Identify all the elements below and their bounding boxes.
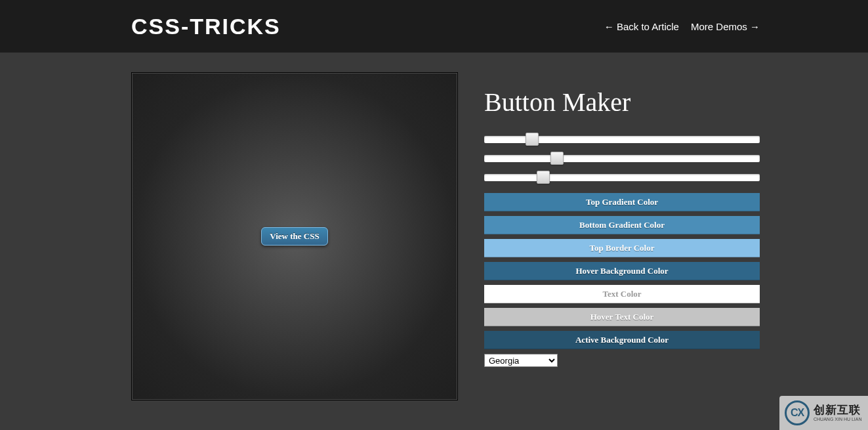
- slider-handle-2[interactable]: [550, 152, 564, 165]
- watermark: CX 创新互联 CHUANG XIN HU LIAN: [779, 396, 868, 430]
- slider-group: [484, 136, 760, 181]
- controls-panel: Button Maker Top Gradient ColorBottom Gr…: [484, 72, 760, 400]
- site-logo: CSS-TRICKS: [131, 14, 281, 39]
- watermark-sub-text: CHUANG XIN HU LIAN: [814, 417, 862, 422]
- slider-2[interactable]: [484, 155, 760, 162]
- main-content: View the CSS Button Maker Top Gradient C…: [0, 53, 868, 400]
- watermark-main-text: 创新互联: [814, 404, 862, 417]
- preview-button[interactable]: View the CSS: [261, 227, 327, 246]
- preview-panel: View the CSS: [131, 72, 458, 400]
- font-family-select[interactable]: Georgia: [484, 354, 558, 367]
- slider-3[interactable]: [484, 174, 760, 181]
- watermark-logo-icon: CX: [785, 400, 810, 425]
- color-button-4[interactable]: Text Color: [484, 285, 760, 303]
- color-button-1[interactable]: Bottom Gradient Color: [484, 216, 760, 234]
- color-button-3[interactable]: Hover Background Color: [484, 262, 760, 280]
- color-button-2[interactable]: Top Border Color: [484, 239, 760, 257]
- header-links: ← Back to Article More Demos →: [604, 21, 760, 32]
- header-bar: CSS-TRICKS ← Back to Article More Demos …: [0, 0, 868, 53]
- back-to-article-link[interactable]: ← Back to Article: [604, 21, 679, 32]
- color-button-6[interactable]: Active Background Color: [484, 331, 760, 349]
- slider-1[interactable]: [484, 136, 760, 143]
- color-button-5[interactable]: Hover Text Color: [484, 308, 760, 326]
- slider-handle-1[interactable]: [526, 133, 539, 146]
- more-demos-link[interactable]: More Demos →: [691, 21, 760, 32]
- slider-handle-3[interactable]: [537, 171, 550, 184]
- color-buttons-group: Top Gradient ColorBottom Gradient ColorT…: [484, 193, 760, 354]
- page-title: Button Maker: [484, 87, 760, 118]
- watermark-text: 创新互联 CHUANG XIN HU LIAN: [814, 404, 862, 421]
- color-button-0[interactable]: Top Gradient Color: [484, 193, 760, 211]
